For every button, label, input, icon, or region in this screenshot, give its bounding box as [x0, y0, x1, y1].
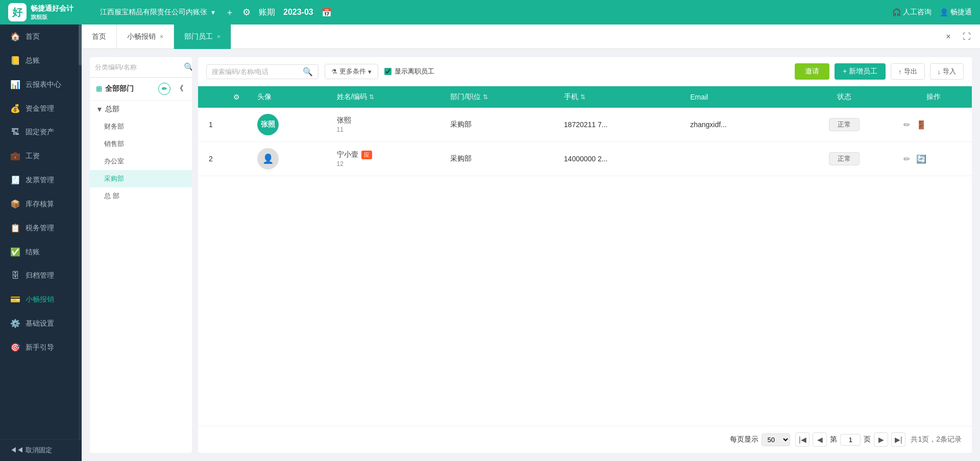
headset-icon: 🎧: [892, 8, 901, 16]
tab-dept-employee[interactable]: 部门员工 ×: [174, 25, 231, 49]
sidebar-item-settle[interactable]: ✅ 结账: [0, 240, 82, 264]
th-index: [198, 86, 224, 108]
dept-search-input[interactable]: [95, 63, 181, 71]
support-btn[interactable]: 🎧 人工咨询: [892, 8, 932, 17]
tab-close-btn[interactable]: ×: [941, 30, 955, 44]
all-dept-label: 全部部门: [105, 84, 134, 93]
invite-btn[interactable]: 邀请: [795, 63, 829, 80]
first-page-btn[interactable]: |◀: [795, 432, 810, 447]
sidebar-item-reports[interactable]: 📊 云报表中心: [0, 72, 82, 96]
page-word2: 页: [864, 435, 871, 444]
th-name[interactable]: 姓名/编码⇅: [329, 86, 443, 108]
add-employee-btn[interactable]: + 新增员工: [835, 63, 886, 80]
dept-search-icon[interactable]: 🔍: [184, 62, 192, 72]
row2-status: 正常: [793, 142, 895, 176]
employee-search-input[interactable]: [212, 68, 300, 76]
row1-logout-icon[interactable]: 🚪: [916, 120, 926, 130]
last-page-btn[interactable]: ▶|: [891, 432, 905, 447]
dept-item-sales[interactable]: 销售部: [90, 135, 192, 153]
sidebar-item-tax[interactable]: 📋 税务管理: [0, 216, 82, 240]
dept-item-procurement[interactable]: 采购部: [90, 170, 192, 187]
sidebar-label-expense: 小畅报销: [26, 295, 54, 304]
settings-icon[interactable]: ⚙: [242, 7, 251, 18]
sidebar-label-funds: 资金管理: [26, 104, 54, 113]
more-filter-btn[interactable]: ⚗ 更多条件 ▾: [325, 64, 378, 79]
page-size-select[interactable]: 50 10 20 100: [762, 433, 790, 446]
sidebar-item-funds[interactable]: 💰 资金管理: [0, 96, 82, 120]
sidebar-item-payroll[interactable]: 💼 工资: [0, 144, 82, 168]
row1-settings: [224, 108, 249, 142]
row1-edit-icon[interactable]: ✏: [903, 120, 910, 130]
sidebar-item-archive[interactable]: 🗄 归档管理: [0, 264, 82, 287]
dept-item-finance[interactable]: 财务部: [90, 118, 192, 135]
sidebar-item-fixed-assets[interactable]: 🏗 固定资产: [0, 120, 82, 144]
tab-expense[interactable]: 小畅报销 ×: [117, 25, 174, 49]
next-page-btn[interactable]: ▶: [874, 432, 888, 447]
row2-refresh-icon[interactable]: 🔄: [916, 154, 926, 164]
tab-dept-label: 部门员工: [184, 32, 213, 41]
th-dept[interactable]: 部门/职位⇅: [442, 86, 556, 108]
ledger-icon: 📒: [10, 56, 20, 65]
row2-name: 宁小壹 应 12: [329, 142, 443, 176]
sidebar-label-invoice: 发票管理: [26, 176, 54, 185]
sidebar-item-home[interactable]: 🏠 首页: [0, 25, 82, 48]
edit-dept-btn[interactable]: ✏: [158, 83, 170, 95]
export-icon: ↑: [898, 68, 902, 76]
th-settings[interactable]: ⚙: [224, 86, 249, 108]
sidebar-label-reports: 云报表中心: [26, 80, 61, 89]
page-size-label: 每页显示: [730, 435, 758, 444]
settings-nav-icon: ⚙️: [10, 319, 20, 328]
sidebar-item-settings[interactable]: ⚙️ 基础设置: [0, 311, 82, 335]
company-name: 江西服宝精品有限责任公司内账张: [100, 8, 207, 17]
user-icon: 👤: [940, 8, 948, 16]
tab-maximize-btn[interactable]: ⛶: [960, 30, 974, 44]
page-number-input[interactable]: [840, 434, 861, 446]
inventory-icon: 📦: [10, 199, 20, 209]
row2-index: 2: [198, 142, 224, 176]
export-btn[interactable]: ↑ 导出: [891, 63, 925, 80]
collapse-dept-btn[interactable]: 《: [174, 83, 186, 95]
show-resigned-label[interactable]: 显示离职员工: [384, 67, 434, 76]
toolbar-right-actions: 邀请 + 新增员工 ↑ 导出 ↓ 导入: [795, 63, 964, 80]
header-right: 🎧 人工咨询 👤 畅捷通: [892, 8, 972, 17]
sidebar-item-general-ledger[interactable]: 📒 总账: [0, 48, 82, 72]
th-phone[interactable]: 手机⇅: [556, 86, 682, 108]
cancel-pin-btn[interactable]: ◀◀ 取消固定: [0, 439, 82, 461]
tab-home-label: 首页: [92, 32, 106, 41]
calendar-icon[interactable]: 📅: [322, 8, 332, 17]
row2-tag: 应: [361, 151, 372, 159]
dept-group-headquarters: ▼ 总部 财务部 销售部 办公室 采购部: [90, 101, 192, 205]
company-selector[interactable]: 江西服宝精品有限责任公司内账张 ▾: [100, 8, 215, 17]
sidebar-item-guide[interactable]: 🎯 新手引导: [0, 335, 82, 359]
top-header: 好 畅捷通好会计 旗舰版 江西服宝精品有限责任公司内账张 ▾ ＋ ⚙ 账期 20…: [0, 0, 980, 25]
sidebar-item-invoice[interactable]: 🧾 发票管理: [0, 168, 82, 192]
sidebar-scrollbar[interactable]: [79, 25, 82, 441]
row2-edit-icon[interactable]: ✏: [903, 154, 910, 164]
sidebar-label-settings: 基础设置: [26, 319, 54, 328]
prev-page-btn[interactable]: ◀: [813, 432, 827, 447]
dept-item-headquarters[interactable]: 总 部: [90, 187, 192, 205]
sidebar-item-inventory[interactable]: 📦 库存核算: [0, 192, 82, 216]
user-btn[interactable]: 👤 畅捷通: [940, 8, 972, 17]
sidebar-label-guide: 新手引导: [26, 343, 54, 352]
grid-icon: ⊞: [96, 85, 102, 93]
home-icon: 🏠: [10, 32, 20, 41]
show-resigned-checkbox[interactable]: [384, 68, 391, 75]
add-icon[interactable]: ＋: [225, 6, 234, 18]
tab-dept-close[interactable]: ×: [217, 33, 220, 40]
filter-icon: ⚗: [331, 68, 337, 76]
import-btn[interactable]: ↓ 导入: [930, 63, 964, 80]
filter-arrow-icon: ▾: [368, 68, 372, 76]
all-dept-header: ⊞ 全部部门 ✏ 《: [90, 78, 192, 101]
tab-home[interactable]: 首页: [82, 25, 117, 49]
guide-icon: 🎯: [10, 343, 20, 352]
sidebar-item-expense[interactable]: 💳 小畅报销: [0, 287, 82, 311]
funds-icon: 💰: [10, 104, 20, 113]
th-email: Email: [682, 86, 793, 108]
tab-expense-close[interactable]: ×: [160, 33, 163, 40]
dept-group-headquarters-header[interactable]: ▼ 总部: [90, 101, 192, 118]
dept-group-label: 总部: [105, 105, 119, 114]
employee-search-icon[interactable]: 🔍: [303, 67, 313, 77]
dept-item-office[interactable]: 办公室: [90, 153, 192, 170]
archive-icon: 🗄: [10, 271, 20, 280]
